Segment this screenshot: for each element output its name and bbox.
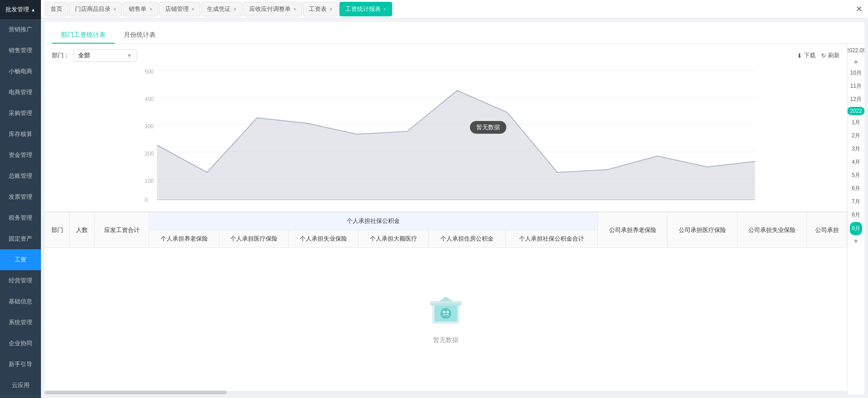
right-panel-header-text: 2022.09 (847, 47, 864, 54)
col-total-salary: 应发工资合计 (94, 212, 149, 248)
chevron-down-icon: ▼ (127, 53, 132, 58)
sub-tab-月份统计表[interactable]: 月份统计表 (115, 27, 165, 44)
month-item-7月[interactable]: 7月 (848, 195, 864, 208)
tab-应收应付调整单[interactable]: 应收应付调整单× (243, 2, 302, 16)
sidebar-item-库存核算[interactable]: 库存核算 (0, 124, 41, 145)
tab-label: 工资统计报表 (345, 5, 381, 13)
months-before-year: 10月11月12月 (848, 66, 863, 106)
svg-text:400: 400 (145, 96, 154, 102)
sidebar-item-企业协同[interactable]: 企业协同 (0, 333, 41, 354)
svg-text:500: 500 (145, 69, 154, 75)
month-item-11月[interactable]: 11月 (848, 80, 863, 93)
sidebar-item-经营管理[interactable]: 经营管理 (0, 270, 41, 291)
month-item-2月[interactable]: 2月 (848, 129, 864, 142)
tab-门店商品目录[interactable]: 门店商品目录× (69, 2, 122, 16)
tab-label: 生成凭证 (207, 5, 231, 13)
main-area: 首页门店商品目录×销售单×店铺管理×生成凭证×应收应付调整单×工资表×工资统计报… (41, 0, 868, 398)
chart-area-fill (157, 91, 755, 200)
tab-close-icon[interactable]: × (329, 6, 332, 12)
tabs-container: 首页门店商品目录×销售单×店铺管理×生成凭证×应收应付调整单×工资表×工资统计报… (45, 2, 392, 16)
empty-text: 暂无数据 (433, 336, 459, 344)
month-item-10月[interactable]: 10月 (848, 66, 863, 80)
sidebar-item-电商管理[interactable]: 电商管理 (0, 82, 41, 103)
sidebar-item-营销推广[interactable]: 营销推广 (0, 19, 41, 40)
sidebar-footer[interactable]: ⚙ (0, 396, 41, 398)
right-panel-year[interactable]: 2022 (847, 107, 864, 115)
svg-marker-18 (439, 297, 453, 301)
month-item-3月[interactable]: 3月 (848, 142, 864, 156)
tab-bar-end: ✕ (854, 3, 864, 15)
month-item-12月[interactable]: 12月 (848, 93, 863, 106)
tab-close-icon[interactable]: × (149, 6, 152, 12)
tab-close-icon[interactable]: × (233, 6, 236, 12)
sidebar-item-销售管理[interactable]: 销售管理 (0, 40, 41, 61)
right-panel-up-nav[interactable]: ▲ (851, 55, 861, 66)
sidebar-item-固定资产[interactable]: 固定资产 (0, 228, 41, 249)
col-dept: 部门 (45, 212, 70, 248)
dept-select[interactable]: 全部 ▼ (73, 49, 137, 62)
tab-bar: 首页门店商品目录×销售单×店铺管理×生成凭证×应收应付调整单×工资表×工资统计报… (41, 0, 868, 18)
col-company-medical: 公司承担医疗保险 (667, 212, 737, 248)
svg-point-16 (447, 311, 449, 313)
col-personal-housing: 个人承担住房公积金 (428, 230, 505, 248)
svg-text:0: 0 (145, 197, 148, 203)
chart-svg: 500 400 300 200 100 0 (52, 65, 840, 207)
tab-label: 首页 (50, 5, 62, 13)
sidebar-item-工资[interactable]: 工资 (0, 249, 41, 270)
sidebar-item-基础信息[interactable]: 基础信息 (0, 291, 41, 312)
sidebar-item-税务管理[interactable]: 税务管理 (0, 207, 41, 228)
empty-icon (428, 294, 464, 331)
sidebar-item-新手引导[interactable]: 新手引导 (0, 354, 41, 375)
month-item-1月[interactable]: 1月 (848, 116, 864, 129)
month-item-5月[interactable]: 5月 (848, 169, 864, 182)
sidebar-item-总账管理[interactable]: 总账管理 (0, 166, 41, 186)
refresh-button[interactable]: ↻ 刷新 (821, 51, 840, 60)
tab-首页[interactable]: 首页 (45, 2, 68, 16)
tab-label: 应收应付调整单 (249, 5, 291, 13)
tab-close-icon[interactable]: × (293, 6, 296, 12)
sidebar-collapse-icon: ▲ (31, 7, 35, 12)
toolbar-right: ⬇ 下载 ↻ 刷新 (797, 51, 840, 60)
window-close-icon[interactable]: ✕ (854, 3, 864, 15)
download-button[interactable]: ⬇ 下载 (797, 51, 816, 60)
sidebar-item-云应用[interactable]: 云应用 (0, 375, 41, 396)
tab-close-icon[interactable]: × (192, 6, 194, 12)
empty-state: 暂无数据 (45, 248, 847, 391)
month-item-8月[interactable]: 8月 (848, 208, 864, 222)
refresh-icon: ↻ (821, 52, 826, 59)
tab-工资表[interactable]: 工资表× (303, 2, 338, 16)
sub-tab-部门工资统计表[interactable]: 部门工资统计表 (52, 27, 115, 44)
tab-label: 销售单 (129, 5, 146, 13)
tab-生成凭证[interactable]: 生成凭证× (201, 2, 242, 16)
sidebar-item-资金管理[interactable]: 资金管理 (0, 145, 41, 166)
col-company-more: 公司承担 (807, 212, 847, 248)
tab-close-icon[interactable]: × (384, 6, 386, 12)
right-panel-down-nav[interactable]: ▼ (851, 236, 861, 247)
table-scrollbar[interactable] (45, 391, 847, 394)
tab-label: 工资表 (309, 5, 327, 13)
month-item-9月[interactable]: 9月 (850, 222, 862, 235)
sidebar-item-系统管理[interactable]: 系统管理 (0, 312, 41, 333)
content-inner: 部门： 全部 ▼ ⬇ 下载 ↻ 刷新 (45, 44, 864, 394)
sidebar-header-label: 批发管理 (5, 5, 29, 14)
svg-point-15 (443, 311, 445, 313)
svg-text:200: 200 (145, 151, 154, 157)
month-item-4月[interactable]: 4月 (848, 156, 864, 169)
col-company-pension: 公司承担养老保险 (598, 212, 667, 248)
sidebar-item-小畅电商[interactable]: 小畅电商 (0, 61, 41, 82)
tab-close-icon[interactable]: × (113, 6, 116, 12)
sidebar-item-发票管理[interactable]: 发票管理 (0, 186, 41, 207)
tab-店铺管理[interactable]: 店铺管理× (159, 2, 200, 16)
right-panel-header[interactable]: 2022.09 (847, 45, 864, 55)
svg-point-14 (440, 308, 451, 319)
sidebar: 批发管理 ▲ 营销推广销售管理小畅电商电商管理采购管理库存核算资金管理总账管理发… (0, 0, 41, 398)
sidebar-header[interactable]: 批发管理 ▲ (0, 0, 41, 19)
content-panel: 部门工资统计表月份统计表 部门： 全部 ▼ ⬇ 下载 (45, 22, 864, 394)
tab-工资统计报表[interactable]: 工资统计报表× (339, 2, 392, 16)
table-container[interactable]: 部门 人数 应发工资合计 个人承担社保公积金 公司承担养老保险 公司承担医疗保险… (45, 212, 847, 394)
tab-label: 门店商品目录 (75, 5, 111, 13)
sub-tabs: 部门工资统计表月份统计表 (45, 22, 864, 44)
tab-销售单[interactable]: 销售单× (123, 2, 158, 16)
sidebar-item-采购管理[interactable]: 采购管理 (0, 103, 41, 124)
month-item-6月[interactable]: 6月 (848, 182, 864, 195)
